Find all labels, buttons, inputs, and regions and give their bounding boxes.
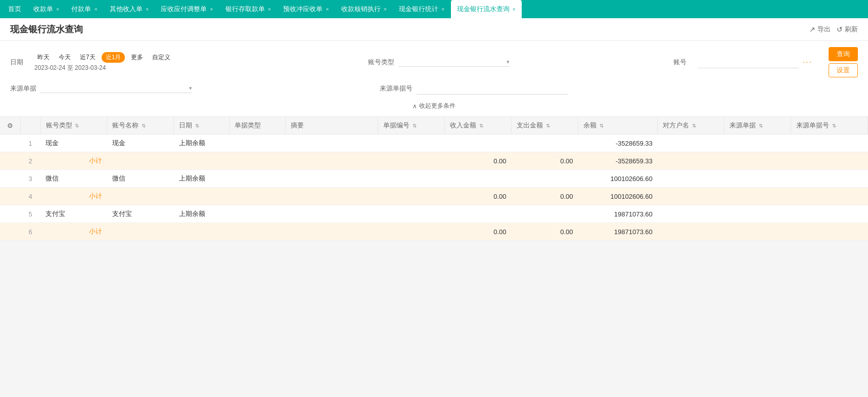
collapse-bar[interactable]: ∧ 收起更多条件 xyxy=(10,100,858,110)
td-balance: 100102606.60 xyxy=(578,188,658,205)
refresh-icon: ↺ xyxy=(837,25,843,33)
nav-other-income[interactable]: 其他收入单 × xyxy=(104,0,155,18)
td-row-num: 5 xyxy=(20,205,40,223)
table-row: 4小计0.000.00100102606.60 xyxy=(0,188,868,205)
td-row-num: 1 xyxy=(20,135,40,152)
close-receipt-icon[interactable]: × xyxy=(56,6,59,12)
source-doc-select[interactable]: ▾ xyxy=(40,84,192,93)
td-account-name: 微信 xyxy=(107,170,174,188)
th-source-doc-no[interactable]: 来源单据号 ⇅ xyxy=(791,117,868,135)
sort-counterparty-icon: ⇅ xyxy=(692,123,696,128)
close-bank-deposit-icon[interactable]: × xyxy=(268,6,271,12)
source-doc-no-input[interactable] xyxy=(417,83,558,93)
close-ar-ap-icon[interactable]: × xyxy=(210,6,213,12)
source-doc-filter-group: 来源单据 ▾ xyxy=(10,84,192,93)
export-button[interactable]: ↗ 导出 xyxy=(809,25,831,34)
collapse-up-icon: ∧ xyxy=(413,103,417,110)
source-doc-label: 来源单据 xyxy=(10,84,36,93)
td-balance: 19871073.60 xyxy=(578,223,658,241)
td-account-type: 现金 xyxy=(40,135,107,152)
td-settings xyxy=(0,152,20,170)
date-7days[interactable]: 近7天 xyxy=(77,52,99,63)
td-date xyxy=(174,152,230,170)
nav-prepay-offset[interactable]: 预收冲应收单 × xyxy=(277,0,335,18)
date-1month[interactable]: 近1月 xyxy=(102,52,125,63)
td-date: 上期余额 xyxy=(174,205,230,223)
td-source-doc xyxy=(724,188,791,205)
td-row-num: 3 xyxy=(20,170,40,188)
td-doc-no xyxy=(378,152,445,170)
close-cash-bank-stat-icon[interactable]: × xyxy=(441,6,444,12)
table-container: ⚙ 账号类型 ⇅ 账号名称 ⇅ 日期 ⇅ 单据类型 摘要 单据编号 ⇅ 收入金额… xyxy=(0,117,868,241)
td-expense xyxy=(512,205,578,223)
account-type-filter-group: 账号类型 ▾ xyxy=(368,58,510,67)
date-custom[interactable]: 自定义 xyxy=(149,52,173,63)
nav-ar-ap-adjust[interactable]: 应收应付调整单 × xyxy=(155,0,219,18)
table-settings-icon[interactable]: ⚙ xyxy=(7,122,13,129)
th-source-doc[interactable]: 来源单据 ⇅ xyxy=(724,117,791,135)
td-income: 0.00 xyxy=(445,223,512,241)
settings-button[interactable]: 设置 xyxy=(829,63,858,77)
table-header-row: ⚙ 账号类型 ⇅ 账号名称 ⇅ 日期 ⇅ 单据类型 摘要 单据编号 ⇅ 收入金额… xyxy=(0,117,868,135)
account-type-select[interactable]: ▾ xyxy=(398,58,510,67)
query-button[interactable]: 查询 xyxy=(829,47,858,61)
td-source-doc-no xyxy=(791,205,868,223)
main-table: ⚙ 账号类型 ⇅ 账号名称 ⇅ 日期 ⇅ 单据类型 摘要 单据编号 ⇅ 收入金额… xyxy=(0,117,868,241)
th-expense[interactable]: 支出金额 ⇅ xyxy=(512,117,578,135)
th-income[interactable]: 收入金额 ⇅ xyxy=(445,117,512,135)
td-expense: 0.00 xyxy=(512,188,578,205)
close-receipt-verify-icon[interactable]: × xyxy=(384,6,387,12)
page-title: 现金银行流水查询 xyxy=(10,23,83,35)
close-prepay-icon[interactable]: × xyxy=(326,6,329,12)
nav-receipt-verify[interactable]: 收款核销执行 × xyxy=(335,0,393,18)
th-balance[interactable]: 余额 ⇅ xyxy=(578,117,658,135)
account-dots-button[interactable]: ··· xyxy=(803,58,812,67)
td-counterparty xyxy=(658,135,724,152)
nav-home[interactable]: 首页 xyxy=(2,0,27,18)
nav-receipt[interactable]: 收款单 × xyxy=(27,0,65,18)
close-payment-icon[interactable]: × xyxy=(94,6,97,12)
account-input[interactable] xyxy=(698,57,799,67)
td-settings xyxy=(0,188,20,205)
td-source-doc-no xyxy=(791,188,868,205)
date-label: 日期 xyxy=(10,58,30,67)
th-account-type[interactable]: 账号类型 ⇅ xyxy=(40,117,107,135)
table-row: 1现金现金上期余额-3528659.33 xyxy=(0,135,868,152)
table-row: 2小计0.000.00-3528659.33 xyxy=(0,152,868,170)
td-expense: 0.00 xyxy=(512,152,578,170)
date-yesterday[interactable]: 昨天 xyxy=(34,52,53,63)
th-counterparty[interactable]: 对方户名 ⇅ xyxy=(658,117,724,135)
td-counterparty xyxy=(658,152,724,170)
nav-payment[interactable]: 付款单 × xyxy=(65,0,103,18)
sort-source-doc-icon: ⇅ xyxy=(759,123,763,128)
td-settings xyxy=(0,170,20,188)
sort-account-name-icon: ⇅ xyxy=(142,123,146,128)
td-doc-no xyxy=(378,223,445,241)
td-source-doc-no xyxy=(791,152,868,170)
td-account-name xyxy=(107,223,174,241)
sort-balance-icon: ⇅ xyxy=(600,123,604,128)
date-buttons: 昨天 今天 近7天 近1月 更多 自定义 xyxy=(34,52,173,63)
td-account-name xyxy=(107,188,174,205)
action-buttons: 查询 设置 xyxy=(829,47,858,77)
close-cash-bank-query-icon[interactable]: × xyxy=(513,6,516,12)
th-settings[interactable]: ⚙ xyxy=(0,117,20,135)
nav-bank-deposit[interactable]: 银行存取款单 × xyxy=(219,0,277,18)
th-account-name[interactable]: 账号名称 ⇅ xyxy=(107,117,174,135)
td-settings xyxy=(0,135,20,152)
account-input-wrapper xyxy=(698,56,799,68)
td-account-type: 小计 xyxy=(40,223,107,241)
date-more[interactable]: 更多 xyxy=(128,52,146,63)
td-date xyxy=(174,188,230,205)
td-source-doc xyxy=(724,170,791,188)
th-doc-type: 单据类型 xyxy=(230,117,286,135)
nav-cash-bank-query[interactable]: 现金银行流水查询 × xyxy=(451,0,522,18)
nav-cash-bank-stat[interactable]: 现金银行统计 × xyxy=(393,0,450,18)
sort-source-doc-no-icon: ⇅ xyxy=(832,123,836,128)
refresh-button[interactable]: ↺ 刷新 xyxy=(837,25,858,34)
close-other-income-icon[interactable]: × xyxy=(146,6,149,12)
th-date[interactable]: 日期 ⇅ xyxy=(174,117,230,135)
td-source-doc xyxy=(724,223,791,241)
th-doc-no[interactable]: 单据编号 ⇅ xyxy=(378,117,445,135)
date-today[interactable]: 今天 xyxy=(56,52,74,63)
